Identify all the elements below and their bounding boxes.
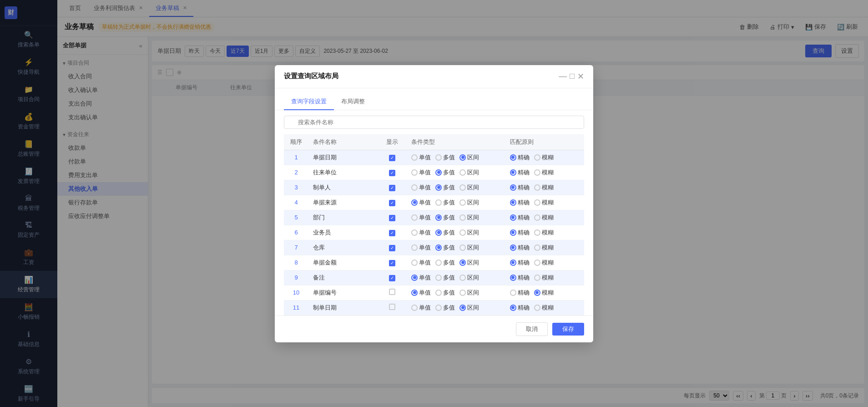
modal-header: 设置查询区域布局 — □ ✕ [275, 65, 593, 88]
radio-type-区间-2[interactable]: 区间 [459, 168, 479, 177]
cell-show-8[interactable] [378, 255, 407, 270]
radio-circle [435, 184, 442, 191]
radio-match-模糊-11[interactable]: 模糊 [534, 304, 554, 312]
cell-show-7[interactable] [378, 240, 407, 255]
radio-type-多值-4[interactable]: 多值 [435, 198, 455, 207]
checkbox-checked[interactable] [389, 215, 395, 221]
radio-match-模糊-6[interactable]: 模糊 [534, 229, 554, 237]
radio-type-区间-9[interactable]: 区间 [459, 274, 479, 282]
radio-type-单值-2[interactable]: 单值 [411, 168, 431, 177]
checkbox-checked[interactable] [389, 275, 395, 281]
modal-tab-查询字段设置[interactable]: 查询字段设置 [284, 94, 334, 110]
checkbox-checked[interactable] [389, 185, 395, 191]
checkbox-checked[interactable] [389, 155, 395, 161]
cell-show-4[interactable] [378, 195, 407, 210]
radio-circle [459, 259, 466, 266]
cell-show-1[interactable] [378, 150, 407, 165]
checkbox-unchecked[interactable] [389, 304, 395, 310]
radio-type-区间-3[interactable]: 区间 [459, 183, 479, 192]
radio-type-单值-4[interactable]: 单值 [411, 198, 431, 207]
radio-type-单值-7[interactable]: 单值 [411, 244, 431, 252]
radio-match-精确-1[interactable]: 精确 [510, 153, 530, 162]
radio-match-精确-7[interactable]: 精确 [510, 244, 530, 252]
modal-tab-布局调整[interactable]: 布局调整 [334, 94, 372, 110]
radio-type-多值-1[interactable]: 多值 [435, 153, 455, 162]
modal-save-button[interactable]: 保存 [552, 323, 584, 336]
radio-type-多值-11[interactable]: 多值 [435, 304, 455, 312]
checkbox-unchecked[interactable] [389, 289, 395, 295]
radio-match-模糊-9[interactable]: 模糊 [534, 274, 554, 282]
cancel-button[interactable]: 取消 [516, 322, 548, 336]
cell-name-8: 单据金额 [308, 255, 377, 270]
radio-match-精确-4[interactable]: 精确 [510, 198, 530, 207]
radio-match-模糊-3[interactable]: 模糊 [534, 183, 554, 192]
radio-match-精确-2[interactable]: 精确 [510, 168, 530, 177]
radio-type-单值-10[interactable]: 单值 [411, 289, 431, 297]
radio-match-模糊-10[interactable]: 模糊 [534, 289, 554, 297]
radio-circle [534, 154, 540, 161]
cell-show-5[interactable] [378, 210, 407, 225]
cell-type-1: 单值多值区间 [407, 150, 505, 165]
condition-search-input[interactable] [284, 116, 584, 129]
cell-name-11: 制单日期 [308, 300, 377, 315]
radio-match-精确-9[interactable]: 精确 [510, 274, 530, 282]
window-controls: — □ ✕ [559, 71, 584, 81]
radio-type-区间-4[interactable]: 区间 [459, 198, 479, 207]
radio-type-单值-1[interactable]: 单值 [411, 153, 431, 162]
radio-type-区间-8[interactable]: 区间 [459, 259, 479, 267]
radio-type-多值-10[interactable]: 多值 [435, 289, 455, 297]
radio-circle [510, 184, 516, 191]
radio-type-单值-9[interactable]: 单值 [411, 274, 431, 282]
cell-show-9[interactable] [378, 270, 407, 285]
radio-type-单值-6[interactable]: 单值 [411, 229, 431, 237]
radio-type-多值-5[interactable]: 多值 [435, 214, 455, 222]
cell-show-11[interactable] [378, 300, 407, 315]
checkbox-checked[interactable] [389, 200, 395, 206]
cell-show-3[interactable] [378, 180, 407, 195]
radio-type-多值-7[interactable]: 多值 [435, 244, 455, 252]
radio-type-单值-8[interactable]: 单值 [411, 259, 431, 267]
radio-type-多值-2[interactable]: 多值 [435, 168, 455, 177]
radio-match-模糊-4[interactable]: 模糊 [534, 198, 554, 207]
radio-match-精确-6[interactable]: 精确 [510, 229, 530, 237]
modal-close-button[interactable]: ✕ [577, 71, 584, 81]
radio-match-精确-8[interactable]: 精确 [510, 259, 530, 267]
radio-type-单值-5[interactable]: 单值 [411, 214, 431, 222]
radio-match-精确-5[interactable]: 精确 [510, 214, 530, 222]
radio-type-区间-11[interactable]: 区间 [459, 304, 479, 312]
radio-type-区间-7[interactable]: 区间 [459, 244, 479, 252]
checkbox-checked[interactable] [389, 260, 395, 266]
radio-circle [459, 199, 466, 206]
radio-match-精确-10[interactable]: 精确 [510, 289, 530, 297]
radio-type-区间-1[interactable]: 区间 [459, 153, 479, 162]
radio-match-模糊-7[interactable]: 模糊 [534, 244, 554, 252]
radio-type-多值-9[interactable]: 多值 [435, 274, 455, 282]
radio-match-模糊-5[interactable]: 模糊 [534, 214, 554, 222]
radio-match-精确-11[interactable]: 精确 [510, 304, 530, 312]
radio-circle [411, 244, 418, 251]
radio-match-模糊-8[interactable]: 模糊 [534, 259, 554, 267]
radio-match-模糊-1[interactable]: 模糊 [534, 153, 554, 162]
modal-minimize-icon[interactable]: — [559, 71, 567, 81]
cell-match-11: 精确模糊 [505, 300, 584, 315]
radio-type-多值-3[interactable]: 多值 [435, 183, 455, 192]
radio-type-多值-6[interactable]: 多值 [435, 229, 455, 237]
radio-type-多值-8[interactable]: 多值 [435, 259, 455, 267]
cell-order-5: 5 [284, 210, 308, 225]
checkbox-checked[interactable] [389, 245, 395, 251]
radio-match-精确-3[interactable]: 精确 [510, 183, 530, 192]
radio-match-模糊-2[interactable]: 模糊 [534, 168, 554, 177]
cell-show-2[interactable] [378, 165, 407, 180]
radio-type-区间-5[interactable]: 区间 [459, 214, 479, 222]
cell-show-6[interactable] [378, 225, 407, 240]
radio-type-单值-11[interactable]: 单值 [411, 304, 431, 312]
checkbox-checked[interactable] [389, 230, 395, 236]
radio-type-单值-3[interactable]: 单值 [411, 183, 431, 192]
modal-maximize-icon[interactable]: □ [570, 71, 575, 81]
checkbox-checked[interactable] [389, 170, 395, 176]
cell-show-10[interactable] [378, 285, 407, 300]
table-row: 8单据金额单值多值区间精确模糊 [284, 255, 584, 270]
radio-type-区间-10[interactable]: 区间 [459, 289, 479, 297]
radio-type-区间-6[interactable]: 区间 [459, 229, 479, 237]
cell-order-1: 1 [284, 150, 308, 165]
